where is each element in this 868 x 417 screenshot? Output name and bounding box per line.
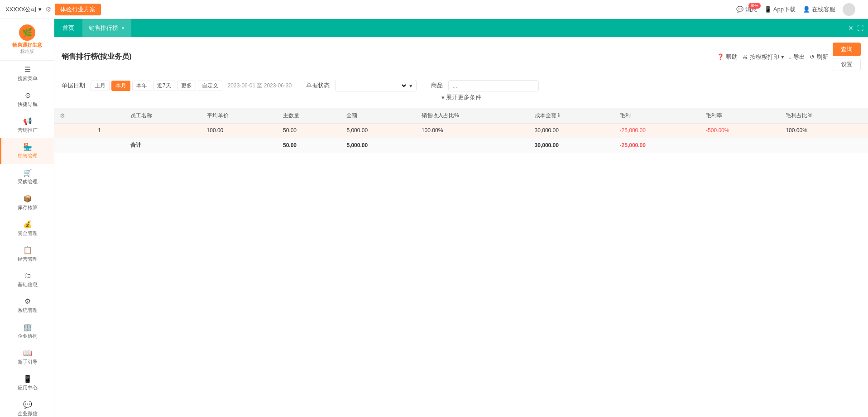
sidebar-item-marketing[interactable]: 📢 营销推广 bbox=[0, 112, 54, 138]
trial-btn[interactable]: 体验行业方案 bbox=[55, 4, 101, 15]
status-label: 单据状态 bbox=[306, 81, 330, 90]
message-btn[interactable]: 💬 消息 99+ bbox=[736, 5, 757, 14]
sidebar: 🌿 畅康通好生意 标准版 ☰ 搜索菜单 ⊙ 快捷导航 📢 营销推广 🏪 销售管理… bbox=[0, 19, 54, 417]
column-settings-icon[interactable]: ⚙ bbox=[60, 112, 65, 119]
page-header: 销售排行榜(按业务员) ❓ 帮助 🖨 按模板打印 ▾ ↓ 导出 bbox=[54, 37, 868, 75]
col-amount: 全额 bbox=[341, 108, 416, 124]
tab-label: 销售排行榜 bbox=[89, 24, 118, 32]
main-layout: 🌿 畅康通好生意 标准版 ☰ 搜索菜单 ⊙ 快捷导航 📢 营销推广 🏪 销售管理… bbox=[0, 19, 868, 417]
logo-icon: 🌿 bbox=[19, 24, 35, 41]
help-btn[interactable]: ❓ 帮助 bbox=[717, 53, 738, 61]
sidebar-item-label: 企业微信 bbox=[18, 410, 38, 417]
search-order-icon: ☰ bbox=[24, 65, 31, 74]
page-content: 销售排行榜(按业务员) ❓ 帮助 🖨 按模板打印 ▾ ↓ 导出 bbox=[54, 37, 868, 417]
cell-settings bbox=[54, 124, 92, 138]
basic-icon: 🗂 bbox=[24, 272, 31, 280]
sidebar-item-inventory[interactable]: 📦 库存核算 bbox=[0, 190, 54, 216]
date-btn-last-month[interactable]: 上月 bbox=[91, 81, 110, 91]
app-icon: 📱 bbox=[764, 6, 772, 13]
cell-profit: -25,000.00 bbox=[614, 124, 700, 138]
inventory-icon: 📦 bbox=[23, 194, 32, 203]
sidebar-item-label: 采购管理 bbox=[18, 178, 38, 185]
service-icon: 👤 bbox=[803, 6, 810, 13]
chevron-down-icon: ▾ bbox=[441, 94, 445, 101]
sidebar-logo: 🌿 畅康通好生意 标准版 bbox=[0, 19, 54, 61]
date-btn-this-month[interactable]: 本月 bbox=[111, 81, 130, 91]
gear-icon[interactable]: ⚙ bbox=[45, 5, 51, 14]
sidebar-item-label: 系统管理 bbox=[18, 307, 38, 314]
expand-row: ▾ 展开更多条件 bbox=[62, 91, 861, 103]
sidebar-item-basic[interactable]: 🗂 基础信息 bbox=[0, 267, 54, 292]
sidebar-item-label: 资金管理 bbox=[18, 230, 38, 237]
query-btn[interactable]: 查询 bbox=[833, 43, 861, 56]
tab-sales-ranking[interactable]: 销售排行榜 ✕ bbox=[82, 19, 131, 37]
footer-settings bbox=[54, 138, 92, 153]
sidebar-item-enterprise[interactable]: 🏢 企业协同 bbox=[0, 318, 54, 344]
col-settings[interactable]: ⚙ bbox=[54, 108, 92, 124]
date-btn-custom[interactable]: 自定义 bbox=[198, 81, 222, 91]
company-selector[interactable]: XXXXX公司 ▾ bbox=[5, 5, 42, 14]
sidebar-item-purchase[interactable]: 🛒 采购管理 bbox=[0, 164, 54, 190]
sidebar-item-label: 库存核算 bbox=[18, 204, 38, 211]
goods-input[interactable]: ... bbox=[448, 80, 539, 91]
purchase-icon: 🛒 bbox=[23, 168, 32, 177]
help-label: 帮助 bbox=[726, 53, 738, 61]
fullscreen-icon[interactable]: ⛶ bbox=[857, 24, 863, 32]
operations-icon: 📋 bbox=[23, 246, 32, 254]
logo-sub: 标准版 bbox=[20, 48, 34, 55]
wechat-icon: 💬 bbox=[23, 400, 32, 409]
marketing-icon: 📢 bbox=[23, 117, 32, 125]
close-icon[interactable]: ✕ bbox=[848, 24, 854, 32]
table-container: ⚙ 员工名称 平均单价 主数量 全额 销售收入占比% 成本全额 ℹ 毛利 毛利率… bbox=[54, 108, 868, 417]
export-btn[interactable]: ↓ 导出 bbox=[789, 53, 806, 61]
status-select[interactable]: ▾ bbox=[335, 80, 417, 91]
refresh-btn[interactable]: ↺ 刷新 bbox=[810, 53, 828, 61]
footer-cost-amount: 30,000.00 bbox=[529, 138, 614, 153]
print-btn[interactable]: 🖨 按模板打印 ▾ bbox=[742, 53, 784, 61]
sidebar-item-search-order[interactable]: ☰ 搜索菜单 bbox=[0, 61, 54, 86]
date-btn-7days[interactable]: 近7天 bbox=[153, 81, 175, 91]
filter-row: 单据日期 上月 本月 本年 近7天 更多 自定义 2023-06-01 至 20… bbox=[62, 80, 861, 91]
export-icon: ↓ bbox=[789, 53, 792, 60]
footer-qty: 50.00 bbox=[278, 138, 341, 153]
col-rank bbox=[92, 108, 125, 124]
sidebar-item-operations[interactable]: 📋 经营管理 bbox=[0, 241, 54, 267]
online-service-btn[interactable]: 👤 在线客服 bbox=[803, 5, 835, 14]
tab-home[interactable]: 首页 bbox=[54, 19, 82, 37]
sidebar-item-finance[interactable]: 💰 资金管理 bbox=[0, 216, 54, 241]
refresh-icon: ↺ bbox=[810, 53, 815, 60]
sales-icon: 🏪 bbox=[23, 143, 32, 151]
status-select-input[interactable] bbox=[339, 82, 408, 89]
col-sales-pct: 销售收入占比% bbox=[416, 108, 529, 124]
col-qty: 主数量 bbox=[278, 108, 341, 124]
goods-label: 商品 bbox=[431, 81, 443, 90]
help-icon: ❓ bbox=[717, 53, 724, 60]
settings-btn[interactable]: 设置 bbox=[833, 58, 861, 71]
sidebar-item-wechat[interactable]: 💬 企业微信 bbox=[0, 396, 54, 417]
sidebar-item-label: 销售管理 bbox=[18, 153, 38, 159]
sidebar-item-label: 经营管理 bbox=[18, 256, 38, 263]
cell-profit-rate: -500.00% bbox=[700, 124, 780, 138]
sidebar-item-guide[interactable]: 📖 新手引导 bbox=[0, 344, 54, 370]
refresh-label: 刷新 bbox=[816, 53, 828, 61]
avatar[interactable] bbox=[843, 3, 855, 16]
app-download-btn[interactable]: 📱 App下载 bbox=[764, 5, 796, 14]
col-cost-amount: 成本全额 ℹ bbox=[529, 108, 614, 124]
logo-text: 畅康通好生意 bbox=[12, 42, 42, 48]
date-btn-more[interactable]: 更多 bbox=[177, 81, 196, 91]
date-btn-this-year[interactable]: 本年 bbox=[132, 81, 151, 91]
sidebar-item-label: 基础信息 bbox=[18, 281, 38, 288]
cell-amount: 5,000.00 bbox=[341, 124, 416, 138]
expand-btn[interactable]: ▾ 展开更多条件 bbox=[441, 93, 481, 101]
page-actions: ❓ 帮助 🖨 按模板打印 ▾ ↓ 导出 ↺ 刷新 bbox=[717, 43, 861, 71]
sidebar-item-label: 新手引导 bbox=[18, 359, 38, 365]
sidebar-item-quick-nav[interactable]: ⊙ 快捷导航 bbox=[0, 86, 54, 112]
content-area: 首页 销售排行榜 ✕ ✕ ⛶ 销售排行榜(按业务员) ❓ 帮助 bbox=[54, 19, 868, 417]
sidebar-item-apps[interactable]: 📱 应用中心 bbox=[0, 370, 54, 396]
tab-close-icon[interactable]: ✕ bbox=[121, 25, 125, 31]
app-label: App下载 bbox=[773, 5, 796, 14]
cell-avg-price: 100.00 bbox=[201, 124, 278, 138]
apps-icon: 📱 bbox=[23, 374, 32, 383]
sidebar-item-sales[interactable]: 🏪 销售管理 bbox=[0, 138, 54, 164]
sidebar-item-system[interactable]: ⚙ 系统管理 bbox=[0, 292, 54, 318]
